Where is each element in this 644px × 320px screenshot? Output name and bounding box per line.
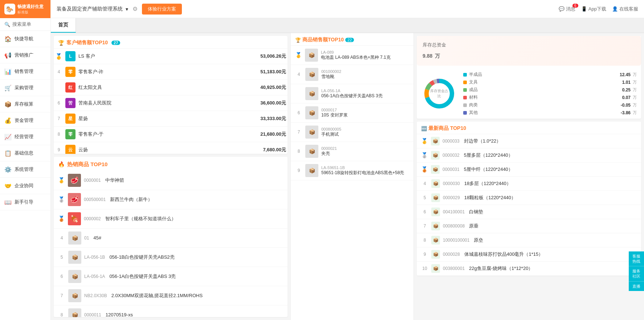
new-product-icon: 📦: [431, 137, 440, 145]
customer-value: 51,183.00元: [260, 69, 286, 75]
sidebar-item-kucun[interactable]: 📦 库存核算: [0, 96, 50, 112]
legend-item-1: 文具 1.01 万: [463, 79, 637, 85]
rank-num: 4: [58, 235, 65, 241]
sidebar-item-xinshou[interactable]: 📖 新手引导: [0, 194, 50, 210]
rank-medal-icon: 🥉: [58, 216, 65, 222]
sidebar-item-xitong[interactable]: ⚙️ 系统管理: [0, 161, 50, 178]
product-name: 智利车子里（规格不知道填什么）: [105, 216, 176, 222]
dropdown-arrow-icon[interactable]: ▾: [126, 6, 128, 12]
online-service-label: 在线客服: [619, 6, 638, 12]
new-name: 18多层（1220*2440）: [464, 180, 511, 187]
tabbar: 首页: [51, 18, 644, 33]
product-name: 夹壳: [321, 151, 409, 157]
list-item: 8 📦 0000011 12070519-xs: [54, 305, 288, 317]
legend-unit: 万: [633, 79, 637, 85]
sidebar: 🐎 畅捷通好生意 标准版 🔍 搜索菜单 🏠 快捷导航 📢 营销推广 📊 销售管理…: [0, 0, 51, 320]
sidebar-item-kuaijie[interactable]: 🏠 快捷导航: [0, 31, 50, 47]
list-item: 📦 LA-056-1A 056-1A白色按键开关盖ABS 3壳: [291, 84, 413, 103]
float-btn-community[interactable]: 服务 社区: [629, 266, 644, 282]
left-panels: 🏆 客户销售额TOP10 27 🥇 L LS 客户 53,006.26元 4 零: [51, 33, 290, 320]
legend-dot: [463, 111, 467, 115]
hot-products-title: 🔥 热销商品 TOP10: [54, 157, 288, 171]
customer-name: 红太阳文具: [78, 84, 257, 91]
legend-unit: 万: [633, 102, 637, 108]
fire-icon: 🔥: [58, 161, 65, 168]
new-name: 18颗粒板（1220*2440）: [464, 194, 516, 201]
customer-rank-list: 🥇 L LS 客户 53,006.26元 4 零 零售客户-许 51,183.0…: [54, 49, 288, 154]
customer-top10-title: 🏆 客户销售额TOP10 27: [54, 36, 288, 49]
sidebar-item-label: 采购管理: [15, 85, 33, 91]
rank-num: 9: [55, 147, 62, 152]
sales-icon: 📊: [4, 68, 12, 75]
settings-gear-icon[interactable]: ⚙: [133, 5, 138, 12]
customer-value: 7,680.00元: [263, 147, 286, 153]
legend-name: 成品: [469, 87, 620, 93]
rank-num: 7: [58, 293, 65, 298]
app-logo-icon: 🐎: [4, 4, 15, 15]
float-btn-service[interactable]: 客服 热线: [629, 251, 644, 267]
new-product-icon: 📦: [431, 179, 440, 188]
list-item: 8 📦 0000021 夹壳: [291, 142, 413, 161]
product-code: 0000017: [321, 108, 409, 112]
new-name: 封边带（1.0*22）: [464, 138, 501, 144]
rank-medal-icon: 🥈: [58, 196, 65, 203]
product-info: 000800005 手机测试: [321, 127, 409, 138]
sidebar-item-zijin[interactable]: 💰 资金管理: [0, 112, 50, 129]
search-menu[interactable]: 🔍 搜索菜单: [0, 18, 50, 31]
mobile-icon: 📱: [581, 6, 587, 12]
page-body: 🏆 客户销售额TOP10 27 🥇 L LS 客户 53,006.26元 4 零: [51, 33, 644, 320]
product-code: LA-056-1A: [84, 274, 105, 279]
new-name: 体城嘉枝味苏打饮品400毫升（1*15）: [464, 251, 543, 258]
product-code: LA-089: [321, 50, 409, 54]
trial-btn[interactable]: 体验行业方案: [142, 4, 182, 15]
sidebar-item-caigou[interactable]: 🛒 采购管理: [0, 80, 50, 96]
product-code: LA-056-1A: [321, 89, 409, 93]
new-code: 003800001: [443, 266, 465, 271]
new-code: 0000032: [443, 153, 460, 158]
list-item: 5 📦 LA-056-1B 056-1B白色按键开关壳ABS2壳: [54, 248, 288, 267]
basicinfo-icon: 📋: [4, 149, 12, 157]
rank-medal: 🥇: [421, 138, 428, 144]
rank-num: 6: [421, 209, 428, 214]
legend-value: 12.45: [620, 72, 631, 77]
sidebar-item-xiaoshou[interactable]: 📊 销售管理: [0, 63, 50, 80]
app-subtitle: 标准版: [17, 10, 44, 15]
rank-num: 7: [295, 130, 302, 135]
product-image: 📦: [68, 251, 81, 264]
sidebar-item-yingxiao[interactable]: 📢 营销推广: [0, 47, 50, 63]
list-item: 🥇 📦 LA-089 电池盖 LA-089 ABS本色+黑种 7.1克: [291, 46, 413, 65]
legend-unit: 万: [633, 110, 637, 115]
rank-num: 9: [421, 252, 428, 257]
float-buttons: 客服 热线 服务 社区 直播: [629, 251, 644, 291]
sidebar-item-label: 新手引导: [15, 199, 33, 205]
message-btn[interactable]: 💬 消息 6: [559, 6, 575, 12]
customer-value: 36,600.00元: [260, 100, 286, 106]
sidebar-item-jichu[interactable]: 📋 基础信息: [0, 145, 50, 161]
product-info: 0000017 10S 变封罗浆: [321, 108, 409, 118]
product-name: 雪地靴: [321, 74, 409, 80]
product-code: 001000002: [321, 69, 409, 74]
new-name: 5厘中纤（1220*2440）: [464, 166, 513, 173]
customer-name: 零售客户-于: [78, 131, 257, 138]
product-code: 0000021: [321, 146, 409, 151]
message-badge: 6: [572, 4, 578, 8]
service-icon: 👤: [612, 6, 618, 12]
product-name: 59651-1B旋转投影灯电池盒ABS黑色+58壳: [321, 170, 409, 176]
new-product-icon: 📦: [431, 193, 440, 202]
newest-list: 🥇 📦 0000033 封边带（1.0*22） 🥈 📦 0000032 5厘多层…: [417, 134, 641, 276]
tab-home[interactable]: 首页: [51, 18, 76, 33]
online-service-btn[interactable]: 👤 在线客服: [612, 6, 638, 12]
float-btn-live[interactable]: 直播: [629, 282, 644, 291]
legend-value: -3.86: [621, 110, 631, 115]
avatar: L: [65, 51, 76, 61]
purchase-icon: 🛒: [4, 84, 12, 91]
sidebar-item-qiye[interactable]: 🤝 企业协同: [0, 178, 50, 194]
customer-value: 40,925.00元: [260, 84, 286, 91]
avatar: 云: [65, 145, 76, 154]
legend-dot: [463, 81, 467, 84]
app-download-btn[interactable]: 📱 App下载: [581, 6, 606, 12]
sidebar-item-jingying[interactable]: 📈 经营管理: [0, 129, 50, 145]
new-product-icon: 📦: [431, 264, 440, 273]
new-name: 5厘多层（1220*2440）: [464, 152, 513, 159]
legend-value: 1.01: [622, 80, 631, 85]
